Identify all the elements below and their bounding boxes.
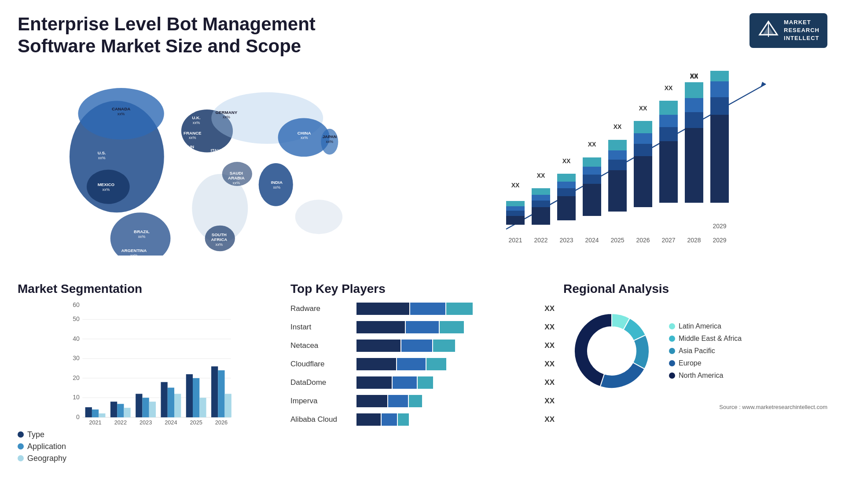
regional-section: Regional Analysis Latin AmericaMiddle Ea… [563, 282, 827, 466]
svg-rect-88 [659, 115, 678, 127]
svg-rect-76 [608, 150, 627, 160]
svg-rect-127 [136, 394, 142, 417]
svg-text:SPAIN: SPAIN [181, 144, 194, 149]
svg-rect-99 [710, 97, 729, 115]
player-row: InstartXX [290, 321, 555, 333]
svg-rect-98 [710, 115, 729, 203]
svg-rect-94 [685, 98, 703, 112]
seg-legend-type: Type [18, 430, 282, 439]
svg-text:2029: 2029 [713, 223, 726, 230]
regional-legend-item: Latin America [669, 322, 742, 330]
svg-text:XX: XX [562, 157, 571, 164]
player-name: DataDome [290, 378, 352, 387]
svg-text:0: 0 [76, 413, 80, 420]
player-bars [356, 395, 537, 407]
svg-point-14 [295, 200, 342, 234]
svg-text:JAPAN: JAPAN [323, 134, 337, 139]
svg-rect-141 [225, 394, 231, 417]
svg-text:INDIA: INDIA [271, 180, 283, 185]
svg-rect-70 [583, 167, 601, 175]
svg-text:50: 50 [73, 315, 80, 322]
map-section: CANADA xx% U.S. xx% MEXICO xx% BRAZIL xx… [9, 66, 422, 278]
seg-legend-application: Application [18, 442, 282, 451]
svg-text:xx%: xx% [213, 153, 220, 157]
svg-text:xx%: xx% [301, 135, 308, 140]
svg-rect-100 [710, 81, 729, 97]
svg-rect-81 [634, 144, 652, 156]
player-row: NetaceaXX [290, 340, 555, 352]
svg-rect-95 [685, 82, 703, 98]
svg-text:xx%: xx% [118, 111, 125, 116]
player-xx-label: XX [544, 415, 555, 424]
svg-rect-140 [218, 370, 224, 417]
regional-color-dot [669, 373, 675, 379]
player-name: Radware [290, 304, 352, 313]
player-row: CloudflareXX [290, 358, 555, 370]
player-bars [356, 321, 537, 333]
player-bars [356, 358, 537, 370]
player-xx-label: XX [544, 378, 555, 387]
bar-chart-section: XX 2021 XX 2022 XX 2023 [422, 66, 836, 278]
player-name: Netacea [290, 341, 352, 350]
svg-text:xx%: xx% [273, 185, 280, 189]
svg-rect-101 [710, 71, 729, 81]
svg-text:XX: XX [639, 105, 647, 112]
regional-legend-item: North America [669, 372, 742, 380]
svg-rect-86 [659, 141, 678, 203]
svg-rect-82 [634, 133, 652, 144]
player-bars [356, 376, 537, 389]
svg-rect-63 [557, 188, 576, 196]
player-name: Cloudflare [290, 360, 352, 369]
player-xx-label: XX [544, 304, 555, 313]
svg-text:2023: 2023 [140, 419, 152, 426]
svg-rect-80 [634, 156, 652, 207]
svg-rect-119 [85, 407, 92, 417]
svg-text:BRAZIL: BRAZIL [134, 229, 150, 234]
svg-text:ARGENTINA: ARGENTINA [121, 248, 147, 253]
player-xx-label: XX [544, 323, 555, 332]
svg-text:SOUTH: SOUTH [212, 232, 227, 237]
player-name: Alibaba Cloud [290, 415, 352, 424]
player-row: Alibaba CloudXX [290, 413, 555, 426]
svg-text:20: 20 [73, 374, 80, 381]
player-row: DataDomeXX [290, 376, 555, 389]
svg-text:CANADA: CANADA [112, 106, 130, 111]
svg-text:2026: 2026 [215, 419, 228, 426]
player-bars [356, 413, 537, 426]
svg-text:U.K.: U.K. [192, 115, 201, 120]
svg-rect-92 [685, 128, 703, 203]
bottom-grid: Market Segmentation 0 10 20 30 40 50 60 [0, 278, 845, 470]
regional-legend-item: Middle East & Africa [669, 335, 742, 343]
logo: MARKET RESEARCH INTELLECT [749, 13, 827, 48]
svg-text:XX: XX [588, 141, 596, 148]
seg-legend-geography: Geography [18, 454, 282, 463]
svg-rect-83 [634, 121, 652, 133]
svg-rect-136 [193, 378, 199, 417]
svg-rect-59 [532, 188, 550, 195]
svg-rect-93 [685, 112, 703, 128]
svg-text:AFRICA: AFRICA [211, 237, 227, 242]
svg-text:2022: 2022 [534, 237, 547, 244]
svg-rect-131 [161, 382, 167, 417]
svg-text:2029: 2029 [713, 237, 726, 244]
regional-legend-item: Asia Pacific [669, 347, 742, 355]
seg-chart-container: 0 10 20 30 40 50 60 2021 [18, 303, 282, 426]
regional-color-dot [669, 323, 675, 329]
svg-text:CHINA: CHINA [298, 130, 311, 135]
players-section: Top Key Players RadwareXXInstartXXNetace… [290, 282, 555, 466]
svg-text:2027: 2027 [661, 237, 675, 244]
svg-text:xx%: xx% [216, 242, 223, 246]
svg-text:2024: 2024 [165, 419, 177, 426]
svg-rect-51 [506, 211, 525, 216]
map-container: CANADA xx% U.S. xx% MEXICO xx% BRAZIL xx… [18, 71, 414, 256]
svg-rect-133 [174, 394, 181, 417]
svg-text:xx%: xx% [138, 234, 146, 239]
page-title: Enterprise Level Bot Management Software… [18, 13, 326, 58]
bar-chart-container: XX 2021 XX 2022 XX 2023 [431, 71, 827, 256]
svg-rect-128 [142, 398, 149, 417]
svg-text:MEXICO: MEXICO [98, 182, 115, 187]
logo-text: MARKET RESEARCH INTELLECT [784, 18, 819, 43]
svg-rect-89 [659, 101, 678, 115]
svg-text:XX: XX [665, 84, 673, 91]
svg-rect-125 [124, 408, 130, 417]
